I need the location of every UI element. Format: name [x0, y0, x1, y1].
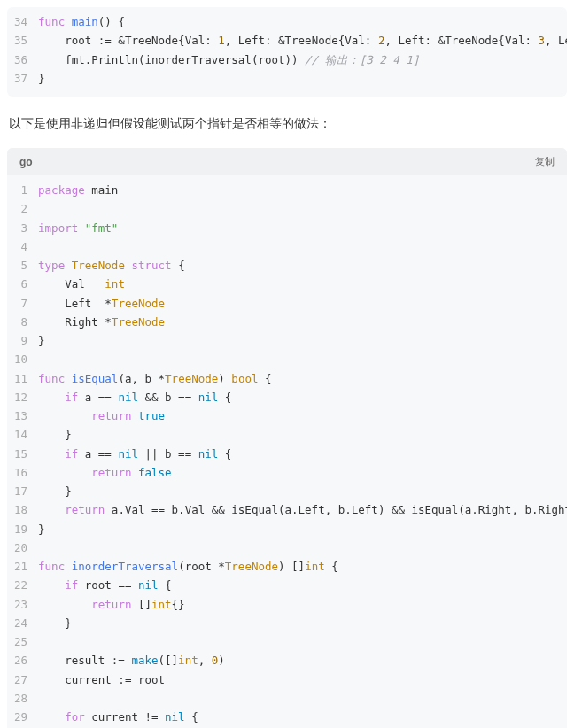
code-block-1: 34 35 36 37 func main() { root := &TreeN…: [7, 7, 567, 97]
lang-label: go: [19, 156, 33, 168]
code-block-2: go 复制 1 2 3 4 5 6 7 8 9 10 11 12 13 14 1…: [7, 148, 567, 728]
copy-button[interactable]: 复制: [535, 155, 555, 168]
code-header: go 复制: [7, 148, 567, 175]
code-lines-2[interactable]: package main import "fmt" type TreeNode …: [38, 181, 567, 728]
code-body-1: 34 35 36 37 func main() { root := &TreeN…: [7, 7, 567, 97]
gutter-2: 1 2 3 4 5 6 7 8 9 10 11 12 13 14 15 16 1…: [7, 181, 38, 728]
code-lines-1[interactable]: func main() { root := &TreeNode{Val: 1, …: [38, 12, 567, 88]
code-body-2: 1 2 3 4 5 6 7 8 9 10 11 12 13 14 15 16 1…: [7, 175, 567, 728]
prose-text: 以下是使用非递归但假设能测试两个指针是否相等的做法：: [0, 104, 574, 141]
gutter-1: 34 35 36 37: [7, 12, 38, 88]
